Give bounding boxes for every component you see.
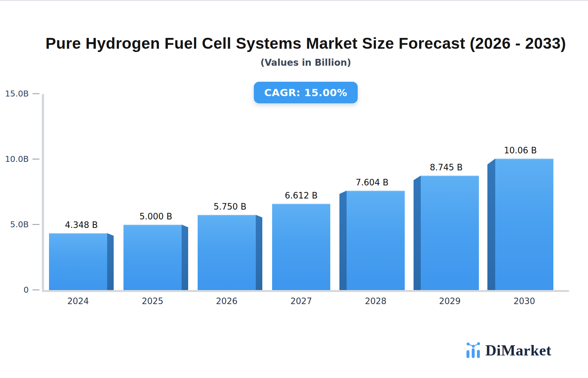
- bar-side: [256, 215, 262, 290]
- bar-side: [182, 225, 188, 290]
- bar-face: [49, 233, 107, 290]
- bar-chart-logo-icon: [466, 342, 481, 359]
- x-axis-line: [42, 290, 569, 292]
- x-axis-label: 2026: [194, 295, 259, 307]
- chart-subtitle: (Values in Billion): [12, 57, 588, 68]
- bar-side: [414, 176, 421, 290]
- bar-face: [347, 191, 405, 290]
- x-axis-label: 2024: [45, 295, 111, 307]
- bar-value-label: 10.06 B: [471, 146, 569, 155]
- bar-value-label: 6.612 B: [252, 191, 350, 200]
- bar-face: [421, 176, 479, 290]
- logo-text: DiMarket: [485, 341, 551, 359]
- x-axis-label: 2027: [269, 295, 334, 307]
- logo: DiMarket: [466, 341, 551, 359]
- x-axis-label: 2029: [417, 295, 482, 307]
- chart-header: Pure Hydrogen Fuel Cell Systems Market S…: [12, 1, 588, 103]
- bar-side: [487, 159, 495, 290]
- bar-face: [495, 159, 553, 290]
- y-tick-label: 15.0B: [0, 89, 29, 99]
- cagr-badge: CAGR: 15.00%: [254, 82, 358, 103]
- y-tick-label: 5.0B: [0, 220, 29, 230]
- x-axis-label: 2025: [120, 295, 185, 307]
- y-tick-dash: [32, 289, 40, 290]
- y-tick-label: 0: [0, 285, 29, 295]
- chart-title: Pure Hydrogen Fuel Cell Systems Market S…: [12, 34, 588, 53]
- bar-value-label: 5.000 B: [107, 212, 205, 221]
- bar-value-label: 7.604 B: [323, 178, 421, 187]
- bar-face: [272, 204, 330, 290]
- bar-value-label: 5.750 B: [181, 202, 279, 212]
- x-axis-label: 2030: [492, 295, 557, 307]
- bar-side: [107, 233, 114, 290]
- y-axis-line: [42, 94, 44, 292]
- y-tick-dash: [32, 159, 40, 160]
- bar-face: [198, 215, 256, 290]
- y-tick-dash: [32, 93, 40, 94]
- x-axis-label: 2028: [343, 295, 408, 307]
- y-tick-label: 10.0B: [0, 154, 29, 164]
- bar-face: [123, 225, 182, 290]
- bar-value-label: 8.745 B: [397, 163, 495, 172]
- bar-value-label: 4.348 B: [32, 220, 130, 230]
- bar-side: [339, 191, 347, 290]
